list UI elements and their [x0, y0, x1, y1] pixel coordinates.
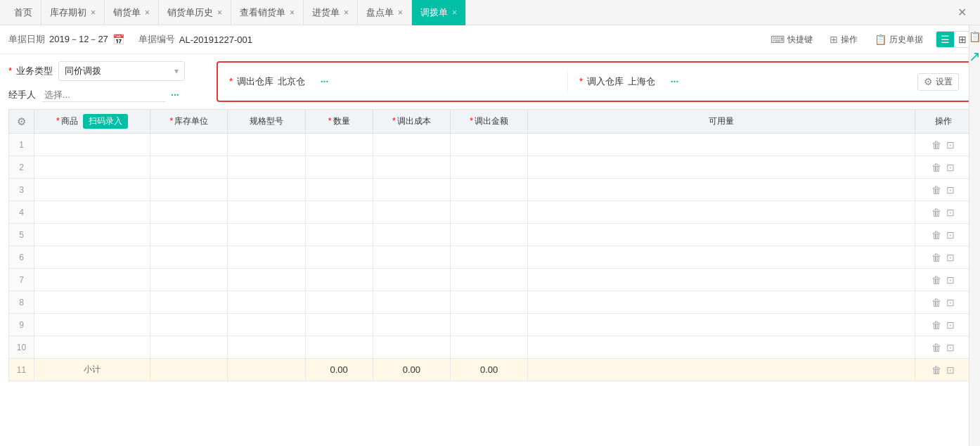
product-cell[interactable] [34, 246, 150, 269]
col-settings[interactable]: ⚙ [9, 110, 34, 134]
delete-icon[interactable]: 🗑 [931, 274, 941, 286]
unit-cell[interactable] [150, 179, 228, 201]
amount-cell[interactable] [451, 314, 528, 336]
spec-cell[interactable] [228, 336, 305, 359]
settings-button[interactable]: ⚙ 设置 [917, 73, 959, 91]
unit-cell[interactable] [150, 246, 228, 269]
available-cell[interactable] [528, 179, 915, 201]
spec-cell[interactable] [228, 291, 305, 314]
available-cell[interactable] [528, 246, 915, 269]
tab-transfer-order-close[interactable]: × [452, 8, 457, 18]
product-cell[interactable] [34, 134, 150, 156]
spec-cell[interactable] [228, 314, 305, 336]
scrollbar-expand-icon[interactable]: ↗ [969, 48, 980, 65]
spec-cell[interactable] [228, 134, 305, 156]
operations-button[interactable]: ⊞ 操作 [825, 32, 862, 48]
tab-sales-order-close[interactable]: × [145, 8, 150, 18]
qty-cell[interactable] [305, 201, 373, 224]
delete-icon[interactable]: 🗑 [931, 342, 941, 353]
copy-icon[interactable]: ⊡ [946, 297, 955, 308]
agent-ellipsis-button[interactable]: ··· [171, 89, 179, 101]
amount-cell[interactable] [451, 224, 528, 246]
available-cell[interactable] [528, 269, 915, 291]
available-cell[interactable] [528, 291, 915, 314]
product-cell[interactable] [34, 156, 150, 179]
unit-cell[interactable] [150, 201, 228, 224]
tab-transfer-order[interactable]: 调拨单 × [412, 0, 466, 25]
cost-cell[interactable] [373, 179, 450, 201]
quick-key-button[interactable]: ⌨ 快捷键 [766, 32, 817, 48]
available-cell[interactable] [528, 224, 915, 246]
spec-cell[interactable] [228, 246, 305, 269]
agent-input[interactable] [41, 88, 165, 102]
product-cell[interactable] [34, 314, 150, 336]
spec-cell[interactable] [228, 224, 305, 246]
cost-cell[interactable] [373, 246, 450, 269]
product-cell[interactable] [34, 336, 150, 359]
available-cell[interactable] [528, 156, 915, 179]
copy-icon[interactable]: ⊡ [946, 207, 955, 218]
cost-cell[interactable] [373, 336, 450, 359]
copy-icon[interactable]: ⊡ [946, 319, 955, 331]
cost-cell[interactable] [373, 156, 450, 179]
warehouse-in-ellipsis-button[interactable]: ··· [671, 76, 679, 87]
copy-icon[interactable]: ⊡ [946, 342, 955, 353]
amount-cell[interactable] [451, 134, 528, 156]
delete-icon[interactable]: 🗑 [931, 139, 941, 151]
unit-cell[interactable] [150, 156, 228, 179]
window-close-button[interactable]: ✕ [949, 0, 974, 25]
spec-cell[interactable] [228, 156, 305, 179]
product-cell[interactable] [34, 224, 150, 246]
amount-cell[interactable] [451, 291, 528, 314]
copy-icon[interactable]: ⊡ [946, 162, 955, 173]
tab-sales-history[interactable]: 销货单历史 × [159, 0, 231, 25]
available-cell[interactable] [528, 201, 915, 224]
copy-icon[interactable]: ⊡ [946, 139, 955, 151]
scrollbar-doc-icon[interactable]: 📋 [969, 31, 980, 42]
product-cell[interactable] [34, 291, 150, 314]
qty-cell[interactable] [305, 224, 373, 246]
layout-btn-list[interactable]: ☰ [936, 32, 954, 47]
history-docs-button[interactable]: 📋 历史单据 [870, 32, 927, 48]
product-cell[interactable] [34, 269, 150, 291]
scan-button[interactable]: 扫码录入 [83, 114, 128, 129]
copy-icon[interactable]: ⊡ [946, 184, 955, 196]
amount-cell[interactable] [451, 336, 528, 359]
copy-icon[interactable]: ⊡ [946, 274, 955, 286]
tab-sales-order[interactable]: 销货单 × [105, 0, 159, 25]
spec-cell[interactable] [228, 269, 305, 291]
cost-cell[interactable] [373, 314, 450, 336]
business-type-select[interactable]: 同价调拨 ▾ [58, 61, 185, 81]
tab-view-sales-close[interactable]: × [290, 8, 295, 18]
cost-cell[interactable] [373, 291, 450, 314]
qty-cell[interactable] [305, 134, 373, 156]
unit-cell[interactable] [150, 134, 228, 156]
cost-cell[interactable] [373, 134, 450, 156]
qty-cell[interactable] [305, 246, 373, 269]
available-cell[interactable] [528, 336, 915, 359]
qty-cell[interactable] [305, 269, 373, 291]
warehouse-out-ellipsis-button[interactable]: ··· [321, 76, 329, 87]
tab-purchase-order-close[interactable]: × [344, 8, 349, 18]
unit-cell[interactable] [150, 224, 228, 246]
qty-cell[interactable] [305, 314, 373, 336]
cost-cell[interactable] [373, 269, 450, 291]
cost-cell[interactable] [373, 224, 450, 246]
unit-cell[interactable] [150, 269, 228, 291]
tab-purchase-order[interactable]: 进货单 × [304, 0, 358, 25]
unit-cell[interactable] [150, 291, 228, 314]
delete-icon[interactable]: 🗑 [931, 297, 941, 308]
copy-icon[interactable]: ⊡ [946, 229, 955, 241]
cost-cell[interactable] [373, 201, 450, 224]
tab-inventory-count-close[interactable]: × [398, 8, 403, 18]
tab-inventory-init[interactable]: 库存期初 × [41, 0, 105, 25]
product-cell[interactable] [34, 179, 150, 201]
unit-cell[interactable] [150, 336, 228, 359]
subtotal-copy-icon[interactable]: ⊡ [946, 364, 955, 376]
copy-icon[interactable]: ⊡ [946, 252, 955, 263]
qty-cell[interactable] [305, 179, 373, 201]
delete-icon[interactable]: 🗑 [931, 184, 941, 196]
calendar-icon[interactable]: 📅 [112, 34, 124, 45]
delete-icon[interactable]: 🗑 [931, 207, 941, 218]
tab-home[interactable]: 首页 [6, 0, 41, 25]
